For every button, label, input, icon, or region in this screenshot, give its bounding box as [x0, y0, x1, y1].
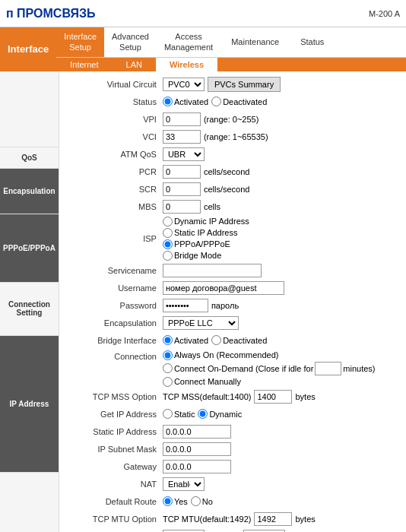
- tab-advanced-setup[interactable]: AdvancedSetup: [104, 27, 157, 57]
- tab-status[interactable]: Status: [290, 27, 335, 57]
- sidebar-pppoe: PPPoE/PPPoA: [0, 214, 59, 283]
- sidebar: QoS Encapsulation PPPoE/PPPoA Connection…: [0, 71, 59, 532]
- username-input[interactable]: [163, 281, 284, 295]
- vpi-row: VPI (range: 0~255): [64, 112, 401, 127]
- tab-access-management[interactable]: AccessManagement: [157, 27, 220, 57]
- mbs-input[interactable]: [163, 200, 201, 214]
- atm-qos-label: ATM QoS: [64, 150, 163, 159]
- tcp-mss-label: TCP MSS Option: [64, 392, 163, 401]
- isp-value: Dynamic IP Address Static IP Address PPP…: [163, 217, 249, 261]
- get-ip-value: Static Dynamic: [163, 409, 242, 419]
- sidebar-section-qos-label: QoS: [0, 147, 59, 169]
- atm-qos-row: ATM QoS UBRCBRVBR: [64, 147, 401, 162]
- subnet-mask-label: IP Subnet Mask: [64, 445, 163, 454]
- servicename-label: Servicename: [64, 266, 163, 275]
- bridge-activated-radio[interactable]: [163, 335, 173, 345]
- sidebar-qos: [0, 71, 59, 147]
- status-activated-radio[interactable]: [163, 97, 173, 106]
- mbs-row: MBS cells: [64, 199, 401, 214]
- conn-manual-radio[interactable]: [163, 377, 173, 387]
- tab-interface-setup[interactable]: InterfaceSetup: [56, 27, 104, 57]
- direction-select[interactable]: BothNoneTXRX: [243, 530, 285, 532]
- vpi-input[interactable]: [163, 112, 201, 126]
- gateway-input[interactable]: [163, 460, 231, 473]
- isp-pppoa-radio[interactable]: [163, 239, 173, 249]
- encapsulation-label: Encapsulation: [64, 318, 163, 328]
- vci-row: VCI (range: 1~65535): [64, 129, 401, 144]
- bridge-activated-text: Activated: [174, 336, 208, 345]
- conn-idle-input[interactable]: [315, 362, 341, 375]
- gateway-row: Gateway: [64, 459, 401, 474]
- tcp-mss-unit: bytes: [295, 392, 315, 401]
- status-deactivated-radio[interactable]: [211, 97, 221, 106]
- status-activated-label[interactable]: Activated: [163, 97, 208, 106]
- get-ip-static-radio[interactable]: [163, 409, 173, 419]
- virtual-circuit-row: Virtual Circuit PVC0PVC1PVC2 PVCs Summar…: [64, 77, 401, 92]
- get-ip-static-label[interactable]: Static: [163, 409, 195, 419]
- scr-input[interactable]: [163, 182, 201, 196]
- tcp-mtu-row: TCP MTU Option TCP MTU(default:1492) byt…: [64, 511, 401, 527]
- static-ip-value: [163, 425, 231, 439]
- conn-always-radio[interactable]: [163, 350, 173, 360]
- subnav-wireless[interactable]: Wireless: [156, 58, 217, 71]
- pcr-input[interactable]: [163, 165, 201, 179]
- dynamic-route-select[interactable]: RIP-1RIP-2MRIP-2B: [163, 530, 205, 532]
- password-label: Password: [64, 301, 163, 310]
- isp-bridge-radio[interactable]: [163, 251, 173, 261]
- get-ip-row: Get IP Address Static Dynamic: [64, 407, 401, 422]
- isp-bridge-label[interactable]: Bridge Mode: [163, 251, 221, 261]
- nat-row: NAT EnableDisable: [64, 477, 401, 492]
- conn-ondemand-label[interactable]: Connect On-Demand (Close if idle for min…: [163, 362, 376, 375]
- virtual-circuit-select[interactable]: PVC0PVC1PVC2: [163, 78, 205, 91]
- pvcs-summary-btn[interactable]: PVCs Summary: [208, 77, 281, 92]
- default-route-no-label[interactable]: No: [191, 496, 213, 506]
- bridge-interface-value: Activated Deactivated: [163, 335, 267, 345]
- nat-select[interactable]: EnableDisable: [163, 477, 205, 491]
- scr-row: SCR cells/second: [64, 182, 401, 197]
- bridge-deactivated-label[interactable]: Deactivated: [211, 335, 267, 345]
- static-ip-input[interactable]: [163, 425, 231, 439]
- atm-qos-select[interactable]: UBRCBRVBR: [163, 147, 205, 161]
- status-deactivated-label[interactable]: Deactivated: [211, 97, 267, 106]
- get-ip-dynamic-text: Dynamic: [209, 410, 242, 419]
- isp-dynamic-label[interactable]: Dynamic IP Address: [163, 217, 249, 226]
- conn-manual-label[interactable]: Connect Manually: [163, 377, 241, 387]
- default-route-no-radio[interactable]: [191, 496, 201, 506]
- bridge-deactivated-radio[interactable]: [211, 335, 221, 345]
- bridge-activated-label[interactable]: Activated: [163, 335, 208, 345]
- vci-hint: (range: 1~65535): [204, 132, 268, 141]
- tcp-mss-input[interactable]: [254, 390, 292, 404]
- isp-pppoa-label[interactable]: PPPoA/PPPoE: [163, 239, 230, 249]
- conn-manual-text: Connect Manually: [174, 377, 241, 386]
- subnet-mask-input[interactable]: [163, 442, 231, 456]
- default-route-yes-label[interactable]: Yes: [163, 496, 188, 506]
- get-ip-dynamic-radio[interactable]: [198, 409, 208, 419]
- isp-static-radio[interactable]: [163, 228, 173, 238]
- subnav-internet[interactable]: Internet: [56, 58, 112, 71]
- isp-dynamic-radio[interactable]: [163, 217, 173, 226]
- tcp-mtu-input[interactable]: [254, 512, 292, 526]
- bridge-interface-label: Bridge Interface: [64, 336, 163, 345]
- model-info: M-200 A: [369, 9, 400, 18]
- tcp-mss-value: TCP MSS(default:1400) bytes: [163, 390, 316, 404]
- password-input[interactable]: [163, 299, 208, 312]
- status-activated-text: Activated: [174, 97, 208, 106]
- default-route-yes-radio[interactable]: [163, 496, 173, 506]
- tab-maintenance[interactable]: Maintenance: [220, 27, 290, 57]
- conn-always-label[interactable]: Always On (Recommended): [163, 350, 279, 360]
- scr-unit: cells/second: [204, 185, 250, 194]
- logo: п ПРОМСВЯЗЬ: [6, 7, 96, 21]
- default-route-row: Default Route Yes No: [64, 494, 401, 509]
- username-label: Username: [64, 283, 163, 293]
- encapsulation-select[interactable]: PPPoE LLCPPPoE VCPPPoA LLCPPPoA VC: [163, 316, 239, 330]
- isp-static-label[interactable]: Static IP Address: [163, 228, 238, 238]
- conn-ondemand-radio[interactable]: [163, 363, 173, 373]
- scr-label: SCR: [64, 185, 163, 194]
- subnav-lan[interactable]: LAN: [113, 58, 156, 71]
- pcr-row: PCR cells/second: [64, 164, 401, 179]
- get-ip-dynamic-label[interactable]: Dynamic: [198, 409, 242, 419]
- servicename-value: [163, 264, 262, 277]
- vci-input[interactable]: [163, 130, 201, 144]
- servicename-input[interactable]: [163, 264, 262, 277]
- interface-label[interactable]: Interface: [0, 27, 56, 71]
